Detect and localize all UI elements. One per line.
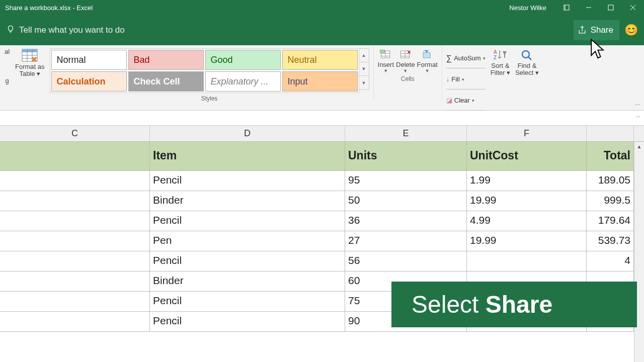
svg-text:Z: Z — [494, 55, 497, 60]
cell[interactable]: Pencil — [150, 211, 345, 231]
cell[interactable]: Pencil — [150, 251, 345, 271]
svg-point-10 — [522, 51, 529, 58]
cell[interactable] — [0, 312, 150, 331]
cell[interactable]: 4.99 — [467, 211, 587, 231]
cell[interactable]: 4 — [587, 251, 634, 271]
expand-formula-bar-icon[interactable]: ﹀ — [635, 114, 641, 121]
cell[interactable] — [0, 191, 150, 211]
sort-filter-button[interactable]: AZ Sort & Filter ▾ — [491, 48, 511, 77]
column-headers[interactable]: C D E F — [0, 126, 644, 142]
share-button[interactable]: Share — [574, 20, 619, 40]
cell[interactable] — [0, 211, 150, 231]
share-icon — [578, 25, 588, 35]
minimize-button[interactable] — [578, 0, 600, 15]
style-check-cell[interactable]: Check Cell — [128, 71, 204, 92]
cell[interactable] — [0, 292, 150, 311]
style-bad[interactable]: Bad — [128, 50, 204, 70]
account-name[interactable]: Nestor Wilke — [509, 4, 546, 12]
cell[interactable]: Binder — [150, 191, 345, 211]
cell[interactable]: 36 — [345, 211, 467, 231]
style-good[interactable]: Good — [205, 50, 281, 70]
vertical-scrollbar[interactable]: ▲ — [634, 142, 644, 362]
cell[interactable] — [0, 231, 150, 251]
col-header-D[interactable]: D — [150, 126, 345, 141]
collapse-ribbon-icon[interactable]: ︿ — [635, 100, 641, 108]
scroll-up-icon[interactable]: ▲ — [634, 142, 644, 151]
share-label: Share — [591, 25, 613, 35]
svg-rect-5 — [380, 50, 384, 52]
ribbon-display-options-icon[interactable] — [555, 0, 578, 15]
format-as-table-button[interactable]: Format as Table ▾ — [15, 48, 45, 85]
formula-bar[interactable]: ﹀ — [0, 111, 644, 126]
cell[interactable] — [0, 251, 150, 271]
cell[interactable] — [0, 272, 150, 291]
svg-rect-3 — [22, 49, 37, 52]
title-bar: Share a workbook.xlsx - Excel Nestor Wil… — [0, 0, 644, 15]
autosum-button[interactable]: ∑AutoSum ▾ — [446, 48, 486, 68]
gallery-down-icon[interactable]: ▼ — [359, 62, 369, 76]
table-row[interactable]: Pencil364.99179.64 — [0, 211, 644, 231]
feedback-smiley-icon[interactable]: 😊 — [624, 24, 638, 37]
svg-rect-1 — [608, 5, 613, 10]
cell[interactable]: 19.99 — [467, 191, 587, 211]
gallery-more-icon[interactable]: ▼ — [359, 76, 369, 89]
insert-cells-button[interactable]: Insert▼ — [378, 48, 394, 73]
cell[interactable]: 27 — [345, 231, 467, 251]
format-cells-button[interactable]: Format▼ — [417, 48, 438, 73]
cell[interactable]: 1.99 — [467, 171, 587, 191]
find-icon — [520, 48, 535, 62]
cell[interactable]: 999.5 — [587, 191, 634, 211]
cell[interactable] — [467, 251, 587, 271]
cell[interactable]: 19.99 — [467, 231, 587, 251]
delete-cells-icon — [399, 48, 412, 61]
cell-styles-gallery[interactable]: Normal Bad Good Neutral Calculation Chec… — [50, 48, 369, 93]
col-header-F[interactable]: F — [467, 126, 587, 141]
col-header-C[interactable]: C — [0, 126, 150, 141]
tellme-input[interactable]: Tell me what you want to do — [19, 25, 125, 35]
format-as-table-icon — [21, 48, 38, 63]
fill-down-icon: ↓ — [446, 75, 450, 83]
style-explanatory[interactable]: Explanatory ... — [205, 71, 281, 92]
cell[interactable]: 179.64 — [587, 211, 634, 231]
col-header-G[interactable] — [587, 126, 634, 141]
ribbon: al g Format as Table ▾ Normal Bad Good — [0, 45, 644, 111]
cell[interactable]: Pencil — [150, 312, 345, 331]
cell[interactable]: 95 — [345, 171, 467, 191]
style-neutral[interactable]: Neutral — [282, 50, 358, 70]
cell[interactable]: 189.05 — [587, 171, 634, 191]
window-title: Share a workbook.xlsx - Excel — [0, 4, 93, 12]
table-row[interactable]: Binder5019.99999.5 — [0, 191, 644, 211]
conditional-formatting-button[interactable]: al g — [2, 48, 12, 85]
header-units: Units — [345, 142, 467, 170]
cell[interactable]: 56 — [345, 251, 467, 271]
cell[interactable]: Binder — [150, 272, 345, 291]
style-calculation[interactable]: Calculation — [51, 71, 127, 92]
table-row[interactable]: Pencil951.99189.05 — [0, 171, 644, 191]
table-row[interactable]: Pencil564 — [0, 251, 644, 272]
eraser-icon: ◪ — [446, 97, 452, 104]
gallery-up-icon[interactable]: ▲ — [359, 49, 369, 62]
delete-cells-button[interactable]: Delete▼ — [396, 48, 415, 73]
close-button[interactable] — [622, 0, 644, 15]
clear-button[interactable]: ◪Clear ▾ — [446, 90, 486, 111]
sigma-icon: ∑ — [446, 54, 452, 63]
cell[interactable]: Pen — [150, 231, 345, 251]
cell[interactable]: 50 — [345, 191, 467, 211]
style-normal[interactable]: Normal — [51, 50, 127, 70]
table-header-row[interactable]: Item Units UnitCost Total — [0, 142, 644, 171]
sort-filter-icon: AZ — [493, 48, 508, 62]
header-unitcost: UnitCost — [467, 142, 587, 170]
fill-button[interactable]: ↓Fill ▾ — [446, 69, 486, 89]
maximize-button[interactable] — [600, 0, 622, 15]
table-row[interactable]: Pen2719.99539.73 — [0, 231, 644, 251]
find-select-button[interactable]: Find & Select ▾ — [515, 48, 539, 77]
svg-text:A: A — [494, 49, 497, 55]
col-header-E[interactable]: E — [345, 126, 467, 141]
cell[interactable]: Pencil — [150, 292, 345, 311]
cell[interactable]: 539.73 — [587, 231, 634, 251]
cell[interactable]: Pencil — [150, 171, 345, 191]
gallery-scroll[interactable]: ▲ ▼ ▼ — [359, 48, 369, 90]
cell[interactable] — [0, 171, 150, 191]
style-input[interactable]: Input — [282, 71, 358, 92]
tellme-bar: Tell me what you want to do Share 😊 — [0, 15, 644, 45]
